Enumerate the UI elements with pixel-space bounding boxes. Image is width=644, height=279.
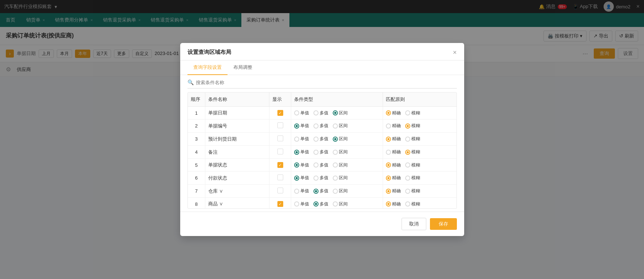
settings-dialog: 设置查询区域布局 × 查询字段设置 布局调整 🔍 <box>180 43 464 77</box>
dialog-header: 设置查询区域布局 × <box>180 43 464 60</box>
dialog-tab-query-fields[interactable]: 查询字段设置 <box>187 60 228 75</box>
dialog-tab-layout[interactable]: 布局调整 <box>228 60 258 75</box>
dialog-tabs: 查询字段设置 布局调整 <box>180 60 464 75</box>
modal-overlay: 设置查询区域布局 × 查询字段设置 布局调整 🔍 <box>0 0 644 77</box>
dialog-body: 🔍 顺序 条件名称 显示 <box>180 75 464 77</box>
dialog-title: 设置查询区域布局 <box>187 49 231 56</box>
dialog-close-button[interactable]: × <box>453 49 457 56</box>
